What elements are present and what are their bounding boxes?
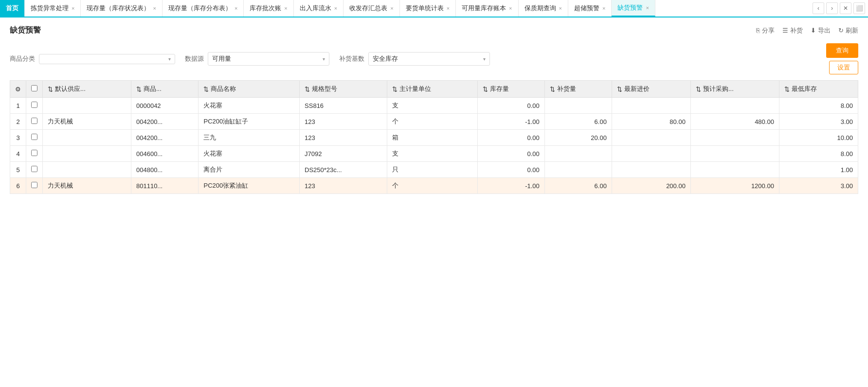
row-checkbox-cell[interactable] xyxy=(26,98,43,114)
th-min-stock-sort[interactable]: ⇅ 最低库存 xyxy=(784,85,853,93)
tab-receipt-summary[interactable]: 收发存汇总表× xyxy=(344,0,399,17)
row-checkbox-cell[interactable] xyxy=(26,162,43,178)
row-checkbox[interactable] xyxy=(31,182,37,188)
tab-prev-button[interactable]: ‹ xyxy=(813,2,824,14)
table-row: 5 004800... 离合片 DS250*23c... 只 0.00 1.00 xyxy=(10,162,858,178)
row-checkbox[interactable] xyxy=(31,134,37,140)
tab-close-expiry-query[interactable]: × xyxy=(559,5,562,11)
row-num: 1 xyxy=(10,98,26,114)
tab-close-batch-account[interactable]: × xyxy=(284,5,287,11)
th-stock: ⇅ 库存量 xyxy=(477,81,544,98)
th-est-purchase: ⇅ 预计采购... xyxy=(690,81,779,98)
row-checkbox[interactable] xyxy=(31,118,37,124)
th-product-name-sort[interactable]: ⇅ 商品名称 xyxy=(203,85,294,93)
datasource-label: 数据源 xyxy=(185,54,204,63)
tab-label-expiry-query: 保质期查询 xyxy=(524,4,556,13)
row-spec: J7092 xyxy=(300,146,387,162)
tab-label-inventory-dist: 现存量（库存分布表） xyxy=(168,4,232,13)
row-checkbox[interactable] xyxy=(31,150,37,156)
th-replenish-qty-sort[interactable]: ⇅ 补货量 xyxy=(550,85,607,93)
tab-home[interactable]: 首页 xyxy=(0,0,25,17)
replenish-base-select-value: 安全库存 xyxy=(373,54,483,63)
row-stock: -1.00 xyxy=(477,178,544,194)
tab-label-shortage-warn: 缺货预警 xyxy=(617,3,643,12)
tab-shortage-warn[interactable]: 缺货预警× xyxy=(612,0,655,17)
tab-maximize-button[interactable]: ⬜ xyxy=(853,2,865,14)
row-checkbox[interactable] xyxy=(31,166,37,172)
tab-overstock-warn[interactable]: 超储预警× xyxy=(568,0,612,17)
column-settings-icon[interactable]: ⚙ xyxy=(15,86,21,93)
th-stock-label: 库存量 xyxy=(490,85,509,93)
tab-label-overstock-warn: 超储预警 xyxy=(574,4,599,13)
tab-next-button[interactable]: › xyxy=(826,2,838,14)
row-default-supplier xyxy=(43,98,131,114)
query-button[interactable]: 查询 xyxy=(826,43,858,58)
tab-inventory-status[interactable]: 现存量（库存状况表）× xyxy=(81,0,162,17)
row-replenish-qty: 6.00 xyxy=(544,178,612,194)
refresh-button[interactable]: ↻ 刷新 xyxy=(838,26,858,35)
tab-close-inventory-dist[interactable]: × xyxy=(235,5,237,11)
settings-button[interactable]: 设置 xyxy=(829,61,858,74)
th-spec-sort[interactable]: ⇅ 规格型号 xyxy=(305,85,382,93)
tab-close-shortage-warn[interactable]: × xyxy=(646,5,649,11)
tab-close-inventory-status[interactable]: × xyxy=(153,5,156,11)
sort-icon: ⇅ xyxy=(784,86,790,93)
row-checkbox-cell[interactable] xyxy=(26,178,43,194)
th-checkbox[interactable] xyxy=(26,81,43,98)
tab-close-demand-stats[interactable]: × xyxy=(447,5,450,11)
tab-bar: 首页拣货异常处理×现存量（库存状况表）×现存量（库存分布表）×库存批次账×出入库… xyxy=(0,0,868,18)
share-button[interactable]: ⎘ 分享 xyxy=(756,26,775,35)
category-filter-group: 商品分类 ▾ xyxy=(10,54,175,64)
row-product-name: 三九 xyxy=(199,130,300,146)
th-unit-label: 主计量单位 xyxy=(399,85,431,93)
row-checkbox-cell[interactable] xyxy=(26,114,43,130)
replenish-base-label: 补货基数 xyxy=(339,54,364,63)
header-actions: ⎘ 分享 ☰ 补货 ⬇ 导出 ↻ 刷新 xyxy=(756,26,858,35)
export-button[interactable]: ⬇ 导出 xyxy=(811,26,831,35)
tab-expiry-query[interactable]: 保质期查询× xyxy=(519,0,568,17)
th-product-name: ⇅ 商品名称 xyxy=(199,81,300,98)
row-default-supplier xyxy=(43,146,131,162)
category-select[interactable]: ▾ xyxy=(39,54,175,64)
tab-close-defect-process[interactable]: × xyxy=(72,5,74,11)
tab-close-receipt-summary[interactable]: × xyxy=(390,5,393,11)
tab-close-available-ledger[interactable]: × xyxy=(509,5,512,11)
row-product-code: 0000042 xyxy=(131,98,198,114)
tab-nav-buttons: ‹ › ✕ ⬜ xyxy=(810,2,868,14)
row-stock: -1.00 xyxy=(477,114,544,130)
th-spec-label: 规格型号 xyxy=(312,85,337,93)
row-min-stock: 3.00 xyxy=(779,178,858,194)
row-replenish-qty xyxy=(544,162,612,178)
tab-inventory-dist[interactable]: 现存量（库存分布表）× xyxy=(163,0,244,17)
share-icon: ⎘ xyxy=(756,27,760,34)
row-replenish-qty xyxy=(544,146,612,162)
th-unit-sort[interactable]: ⇅ 主计量单位 xyxy=(392,85,472,93)
replenish-base-select[interactable]: 安全库存 ▾ xyxy=(368,52,490,66)
row-min-stock: 1.00 xyxy=(779,162,858,178)
row-latest-price xyxy=(612,98,690,114)
tab-demand-stats[interactable]: 要货单统计表× xyxy=(400,0,456,17)
tab-available-ledger[interactable]: 可用量库存账本× xyxy=(456,0,518,17)
replenish-button[interactable]: ☰ 补货 xyxy=(782,26,803,35)
filter-row: 商品分类 ▾ 数据源 可用量 ▾ 补货基数 安全库存 ▾ 查询 设置 xyxy=(10,43,858,74)
th-default-supplier-sort[interactable]: ⇅ 默认供应... xyxy=(48,85,126,93)
th-latest-price-sort[interactable]: ⇅ 最新进价 xyxy=(617,85,686,93)
tab-close-in-out-flow[interactable]: × xyxy=(334,5,337,11)
row-checkbox[interactable] xyxy=(31,102,37,108)
tab-close-others-button[interactable]: ✕ xyxy=(840,2,851,14)
datasource-select[interactable]: 可用量 ▾ xyxy=(208,52,329,66)
tab-close-overstock-warn[interactable]: × xyxy=(602,5,605,11)
row-latest-price xyxy=(612,130,690,146)
th-settings[interactable]: ⚙ xyxy=(10,81,26,98)
th-stock-sort[interactable]: ⇅ 库存量 xyxy=(483,85,540,93)
tab-defect-process[interactable]: 拣货异常处理× xyxy=(25,0,81,17)
row-checkbox-cell[interactable] xyxy=(26,130,43,146)
select-all-checkbox[interactable] xyxy=(31,85,37,91)
th-est-purchase-sort[interactable]: ⇅ 预计采购... xyxy=(696,85,774,93)
row-checkbox-cell[interactable] xyxy=(26,146,43,162)
th-product-code-sort[interactable]: ⇅ 商品... xyxy=(136,85,193,93)
tab-in-out-flow[interactable]: 出入库流水× xyxy=(294,0,344,17)
tab-label-receipt-summary: 收发存汇总表 xyxy=(349,4,387,13)
tab-batch-account[interactable]: 库存批次账× xyxy=(244,0,293,17)
row-num: 4 xyxy=(10,146,26,162)
